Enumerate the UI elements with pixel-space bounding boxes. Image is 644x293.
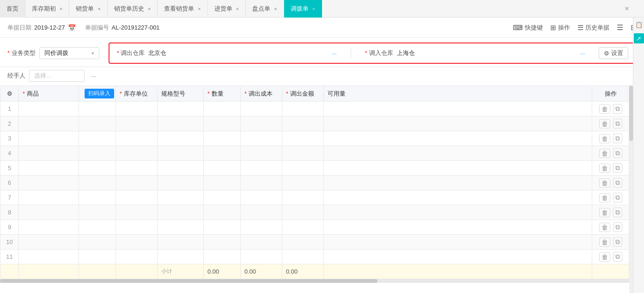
- in-warehouse-value: 上海仓: [397, 49, 415, 57]
- copy-icon-9[interactable]: ⧉: [613, 222, 622, 232]
- form-row2: 经手人 选择... ···: [0, 67, 644, 85]
- tab-stocktake[interactable]: 盘点单 ×: [246, 0, 284, 18]
- sidebar-export-icon[interactable]: ↗: [634, 33, 644, 43]
- operator-select[interactable]: 选择...: [29, 70, 85, 82]
- row-num-8: 8: [0, 205, 19, 220]
- row-num-9: 9: [0, 220, 19, 235]
- tab-close-view-sales[interactable]: ×: [198, 6, 200, 12]
- row-action-10: 🗑 ⧉: [592, 235, 629, 250]
- copy-icon-4[interactable]: ⧉: [613, 148, 622, 158]
- delete-icon-8[interactable]: 🗑: [599, 208, 610, 217]
- col-gear-header[interactable]: ⚙: [0, 86, 19, 102]
- out-warehouse-more[interactable]: ···: [332, 50, 337, 57]
- delete-icon-5[interactable]: 🗑: [599, 164, 610, 173]
- row-cost-1[interactable]: [241, 102, 282, 116]
- col-scan-header: 扫码录入: [79, 86, 116, 102]
- row-spec-2[interactable]: [158, 116, 204, 131]
- tab-sales-history[interactable]: 销货单历史 ×: [108, 0, 158, 18]
- horizontal-scrollbar[interactable]: [0, 279, 629, 283]
- delete-icon-1[interactable]: 🗑: [599, 104, 610, 114]
- copy-icon-2[interactable]: ⧉: [613, 119, 622, 128]
- copy-icon-3[interactable]: ⧉: [613, 134, 622, 143]
- copy-icon-10[interactable]: ⧉: [613, 237, 622, 247]
- row-num-2: 2: [0, 116, 19, 131]
- delete-icon-9[interactable]: 🗑: [599, 223, 610, 232]
- scan-btn[interactable]: 扫码录入: [85, 89, 114, 98]
- tab-transfer[interactable]: 调拨单 ×: [284, 0, 322, 18]
- copy-icon-7[interactable]: ⧉: [613, 193, 622, 202]
- docno-field: 单据编号 AL-20191227-001: [85, 24, 160, 32]
- row-amount-1[interactable]: [282, 102, 324, 116]
- tab-close-sales-order[interactable]: ×: [97, 6, 100, 12]
- delete-icon-2[interactable]: 🗑: [599, 119, 610, 128]
- col-product-header: 商品: [19, 86, 79, 102]
- copy-icon-8[interactable]: ⧉: [613, 208, 622, 217]
- row-cost-2[interactable]: [241, 116, 282, 131]
- row-product-3[interactable]: [19, 131, 79, 146]
- history-btn[interactable]: ☰ 历史单据: [577, 24, 609, 32]
- row-action-2: 🗑 ⧉: [592, 116, 629, 131]
- row-num-1: 1: [0, 102, 19, 116]
- table-container: ⚙ 商品 扫码录入 库存单位 规格型号 数量 调出成本 调出金额 可用量 操作: [0, 85, 629, 283]
- warehouse-setting-btn[interactable]: ⚙ 设置: [599, 47, 628, 59]
- copy-icon-6[interactable]: ⧉: [613, 178, 622, 188]
- copy-icon-11[interactable]: ⧉: [613, 252, 622, 262]
- sidebar-doc-icon[interactable]: 📋: [634, 19, 644, 30]
- row-product-2[interactable]: [19, 116, 79, 131]
- layout1-btn[interactable]: ☰: [617, 23, 623, 32]
- tab-close-sales-history[interactable]: ×: [148, 6, 151, 12]
- row-qty-2[interactable]: [204, 116, 241, 131]
- main-content: 单据日期 2019-12-27 📅 单据编号 AL-20191227-001 ⌨…: [0, 18, 644, 293]
- tab-sales-order[interactable]: 销货单 ×: [69, 0, 107, 18]
- vertical-scrollbar[interactable]: [629, 85, 633, 293]
- row-action-6: 🗑 ⧉: [592, 176, 629, 190]
- subtotal-amount: 0.00: [282, 264, 324, 279]
- warehouse-highlight-box: 调出仓库 北京仓 ··· 调入仓库 上海仓 ··· ⚙ 设置: [109, 43, 637, 64]
- operator-more[interactable]: ···: [91, 73, 96, 79]
- operation-icon: ⊞: [550, 24, 556, 32]
- row-unit-1[interactable]: [116, 102, 158, 116]
- in-warehouse-more[interactable]: ···: [580, 50, 585, 57]
- row-spec-1[interactable]: [158, 102, 204, 116]
- calendar-icon[interactable]: 📅: [68, 24, 76, 31]
- operation-btn[interactable]: ⊞ 操作: [550, 24, 570, 32]
- delete-icon-7[interactable]: 🗑: [599, 193, 610, 202]
- form-row1: 业务类型 同价调拨 ▾ 调出仓库 北京仓 ··· 调入仓库 上海仓 ··· ⚙ …: [0, 38, 644, 67]
- scroll-thumb: [629, 85, 633, 141]
- tab-close-inventory-init[interactable]: ×: [60, 6, 62, 12]
- tab-home[interactable]: 首页: [0, 0, 25, 18]
- delete-icon-3[interactable]: 🗑: [599, 134, 610, 143]
- table-row: 6 🗑 ⧉: [0, 176, 629, 190]
- tab-purchase[interactable]: 进货单 ×: [208, 0, 246, 18]
- biz-type-select[interactable]: 同价调拨 ▾: [39, 47, 99, 59]
- row-num-11: 11: [0, 250, 19, 264]
- tab-close-transfer[interactable]: ×: [312, 6, 315, 12]
- delete-icon-4[interactable]: 🗑: [599, 149, 610, 158]
- history-icon: ☰: [577, 24, 583, 32]
- tab-bar: 首页 库存期初 × 销货单 × 销货单历史 × 查看销货单 × 进货单 × 盘点…: [0, 0, 644, 18]
- delete-icon-6[interactable]: 🗑: [599, 178, 610, 188]
- row-qty-1[interactable]: [204, 102, 241, 116]
- warehouse-divider: [351, 48, 351, 59]
- col-available-header: 可用量: [324, 86, 592, 102]
- shortcut-btn[interactable]: ⌨ 快捷键: [513, 24, 543, 32]
- tab-inventory-init[interactable]: 库存期初 ×: [25, 0, 69, 18]
- row-amount-2[interactable]: [282, 116, 324, 131]
- row-num-6: 6: [0, 176, 19, 190]
- row-product-1[interactable]: [19, 102, 79, 116]
- tab-close-purchase[interactable]: ×: [236, 6, 239, 12]
- docno-value: AL-20191227-001: [112, 24, 160, 31]
- copy-icon-5[interactable]: ⧉: [613, 163, 622, 173]
- row-num-4: 4: [0, 146, 19, 161]
- window-close-button[interactable]: ×: [622, 4, 632, 14]
- row-unit-2[interactable]: [116, 116, 158, 131]
- row-avail-1: [324, 102, 592, 116]
- biz-type-arrow-icon: ▾: [91, 50, 94, 56]
- tab-close-stocktake[interactable]: ×: [274, 6, 277, 12]
- delete-icon-10[interactable]: 🗑: [599, 238, 610, 247]
- date-label: 单据日期: [7, 24, 31, 32]
- tab-view-sales[interactable]: 查看销货单 ×: [158, 0, 207, 18]
- col-unit-header: 库存单位: [116, 86, 158, 102]
- copy-icon-1[interactable]: ⧉: [613, 104, 622, 114]
- delete-icon-11[interactable]: 🗑: [599, 252, 610, 262]
